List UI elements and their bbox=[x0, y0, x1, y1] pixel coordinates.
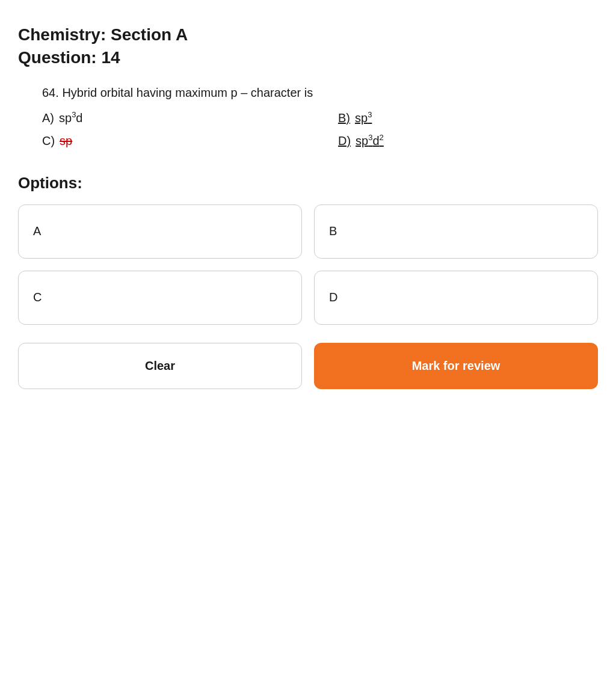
option-label-a: A) bbox=[42, 109, 54, 127]
answer-button-b[interactable]: B bbox=[314, 204, 598, 259]
answer-button-c[interactable]: C bbox=[18, 271, 302, 325]
question-text: Hybrid orbital having maximum p – charac… bbox=[62, 86, 313, 99]
clear-button[interactable]: Clear bbox=[18, 343, 302, 389]
option-label-b: B) bbox=[338, 109, 350, 127]
options-section: Options: A B C D bbox=[18, 174, 598, 325]
question-option-b: B) sp3 bbox=[338, 109, 598, 127]
action-buttons-row: Clear Mark for review bbox=[18, 343, 598, 389]
question-title: Question: 14 bbox=[18, 47, 598, 69]
question-number: 64. bbox=[42, 86, 59, 99]
option-text-d: sp3d2 bbox=[356, 132, 384, 150]
question-body: 64. Hybrid orbital having maximum p – ch… bbox=[42, 84, 598, 150]
page-header: Chemistry: Section A Question: 14 bbox=[18, 24, 598, 69]
mark-review-button[interactable]: Mark for review bbox=[314, 343, 598, 389]
option-label-d: D) bbox=[338, 132, 351, 150]
answer-button-a[interactable]: A bbox=[18, 204, 302, 259]
option-label-c: C) bbox=[42, 132, 55, 150]
question-option-c: C) sp bbox=[42, 132, 302, 150]
section-title: Chemistry: Section A bbox=[18, 24, 598, 46]
question-options-grid: A) sp3d B) sp3 C) sp D) sp3d2 bbox=[42, 109, 598, 150]
option-text-c: sp bbox=[60, 132, 72, 150]
option-text-a: sp3d bbox=[59, 109, 82, 127]
options-label: Options: bbox=[18, 174, 598, 192]
question-option-a: A) sp3d bbox=[42, 109, 302, 127]
answer-buttons-grid: A B C D bbox=[18, 204, 598, 325]
answer-button-d[interactable]: D bbox=[314, 271, 598, 325]
option-text-b: sp3 bbox=[355, 109, 372, 127]
question-option-d: D) sp3d2 bbox=[338, 132, 598, 150]
